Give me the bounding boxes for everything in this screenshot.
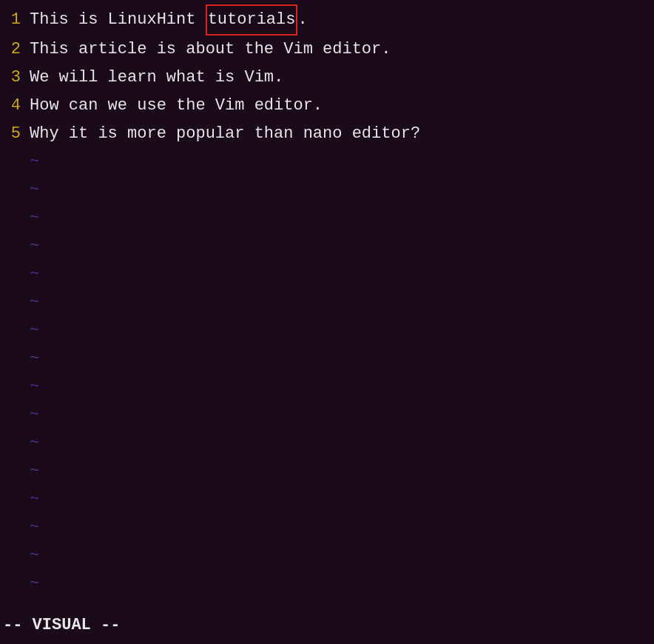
tilde-10: ~ <box>0 261 654 289</box>
line-content-1: This is LinuxHint tutorials. <box>27 4 308 36</box>
line-5: 5 Why it is more popular than nano edito… <box>0 120 654 148</box>
tilde-char-7: ~ <box>27 176 39 204</box>
tilde-char-21: ~ <box>27 570 39 598</box>
tilde-char-13: ~ <box>27 345 39 373</box>
tilde-9: ~ <box>0 232 654 261</box>
status-bar: -- VISUAL -- <box>0 611 654 640</box>
tilde-20: ~ <box>0 542 654 570</box>
tilde-21: ~ <box>0 570 654 598</box>
tilde-7: ~ <box>0 176 654 204</box>
tilde-char-12: ~ <box>27 317 39 345</box>
tilde-17: ~ <box>0 457 654 486</box>
tilde-char-19: ~ <box>27 514 39 542</box>
line-number-4: 4 <box>0 92 27 120</box>
line-2: 2 This article is about the Vim editor. <box>0 36 654 64</box>
tilde-6: ~ <box>0 148 654 176</box>
highlight-tutorials: tutorials <box>206 4 298 36</box>
tilde-char-18: ~ <box>27 486 39 514</box>
line-number-1: 1 <box>0 6 27 34</box>
editor-content[interactable]: 1 This is LinuxHint tutorials. 2 This ar… <box>0 4 654 611</box>
vim-editor: 1 This is LinuxHint tutorials. 2 This ar… <box>0 0 654 644</box>
tilde-char-8: ~ <box>27 204 39 232</box>
line-3: 3 We will learn what is Vim. <box>0 64 654 92</box>
line-content-4: How can we use the Vim editor. <box>27 92 323 120</box>
tilde-char-20: ~ <box>27 542 39 570</box>
tilde-char-11: ~ <box>27 289 39 317</box>
tilde-char-16: ~ <box>27 429 39 457</box>
line-content-5: Why it is more popular than nano editor? <box>27 120 420 148</box>
tilde-12: ~ <box>0 317 654 345</box>
line-number-3: 3 <box>0 64 27 92</box>
line-number-2: 2 <box>0 36 27 64</box>
line-number-5: 5 <box>0 120 27 148</box>
tilde-char-15: ~ <box>27 401 39 429</box>
tilde-char-6: ~ <box>27 148 39 176</box>
tilde-11: ~ <box>0 289 654 317</box>
tilde-char-9: ~ <box>27 232 39 261</box>
tilde-15: ~ <box>0 401 654 429</box>
tilde-14: ~ <box>0 373 654 401</box>
line-content-3: We will learn what is Vim. <box>27 64 283 92</box>
tilde-13: ~ <box>0 345 654 373</box>
line-4: 4 How can we use the Vim editor. <box>0 92 654 120</box>
line-content-2: This article is about the Vim editor. <box>27 36 391 64</box>
tilde-19: ~ <box>0 514 654 542</box>
tilde-char-10: ~ <box>27 261 39 289</box>
tilde-8: ~ <box>0 204 654 232</box>
tilde-char-14: ~ <box>27 373 39 401</box>
line-1: 1 This is LinuxHint tutorials. <box>0 4 654 36</box>
tilde-char-17: ~ <box>27 457 39 486</box>
tilde-18: ~ <box>0 486 654 514</box>
tilde-16: ~ <box>0 429 654 457</box>
